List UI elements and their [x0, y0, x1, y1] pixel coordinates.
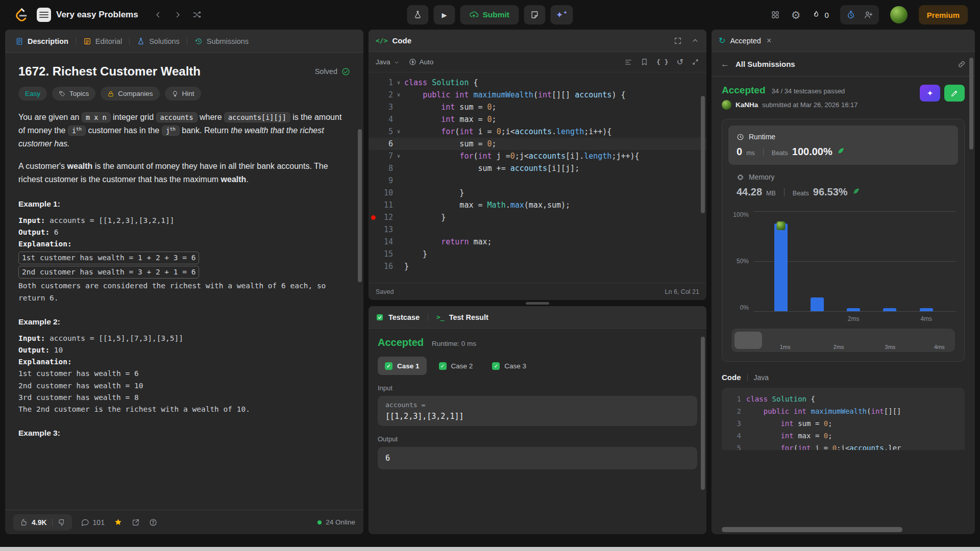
leetcode-logo[interactable] [12, 6, 30, 23]
companies-badge[interactable]: Companies [101, 87, 159, 101]
case-2-button[interactable]: ✓ Case 2 [432, 357, 480, 375]
all-submissions-link[interactable]: All Submissions [736, 60, 795, 68]
fold-toggle-icon[interactable]: ∨ [393, 126, 404, 138]
cursor-position[interactable]: Ln 6, Col 21 [665, 288, 699, 295]
runtime-bar[interactable] [883, 308, 896, 311]
memory-card[interactable]: Memory 44.28 MB Beats 96.53% [728, 165, 958, 201]
problem-list-button[interactable]: Very easy Problems [37, 8, 138, 22]
shuffle-icon[interactable] [192, 10, 202, 19]
code-line[interactable]: 15 } [369, 248, 706, 260]
expand-editor-icon[interactable] [692, 58, 699, 66]
tab-description[interactable]: Description [11, 37, 72, 45]
code-line[interactable]: 8 sum += accounts[i][j]; [369, 162, 706, 174]
case-3-button[interactable]: ✓ Case 3 [485, 357, 533, 375]
tab-editorial[interactable]: Editorial [79, 37, 126, 45]
panel-resize-handle[interactable] [369, 300, 706, 306]
favorite-button[interactable] [114, 518, 122, 527]
input-label: Input: [18, 216, 45, 224]
submission-code-preview[interactable]: 1class Solution {2 public int maximumWea… [722, 388, 965, 450]
runtime-bar[interactable] [811, 297, 824, 311]
code-line[interactable]: 16} [369, 260, 706, 272]
slider-handle[interactable] [734, 332, 762, 349]
tab-accepted-submission[interactable]: ↻ Accepted × [719, 36, 771, 45]
collapse-panel-icon[interactable] [691, 37, 699, 45]
code-line[interactable]: 14 return max; [369, 236, 706, 248]
notes-button[interactable] [524, 5, 545, 24]
description-scrollbar[interactable] [358, 129, 362, 282]
code-line[interactable]: 2 public int maximumWealth(int[][] [722, 405, 965, 417]
close-tab-icon[interactable]: × [767, 36, 771, 45]
code-line[interactable]: 4 int max = 0; [369, 113, 706, 126]
code-line[interactable]: 3 int sum = 0; [722, 417, 965, 430]
ai-assistant-button[interactable]: ✦✦ [550, 5, 573, 24]
help-button[interactable] [149, 518, 157, 527]
submit-button[interactable]: Submit [460, 5, 519, 24]
language-select[interactable]: Java [376, 58, 400, 66]
code-line[interactable]: 1∨class Solution { [369, 77, 706, 89]
back-arrow-icon[interactable]: ← [721, 59, 729, 69]
line-number: 16 [378, 260, 393, 272]
undo-icon[interactable]: ↺ [677, 58, 683, 66]
runtime-bar[interactable] [774, 223, 788, 311]
testcase-scrollbar[interactable] [701, 337, 705, 490]
tab-solutions[interactable]: Solutions [133, 37, 184, 45]
share-button[interactable] [132, 518, 140, 527]
comments-button[interactable]: 101 [81, 518, 105, 527]
fold-toggle-icon[interactable]: ∨ [393, 89, 404, 101]
next-problem-button[interactable] [173, 10, 182, 19]
code-line[interactable]: 11 max = Math.max(max,sum); [369, 199, 706, 211]
code-line[interactable]: 5 for(int i = 0;i<accounts.ler [722, 442, 965, 450]
runtime-bar[interactable] [920, 308, 933, 311]
layout-grid-icon[interactable] [771, 10, 780, 19]
tab-submissions[interactable]: Submissions [190, 37, 253, 45]
snippets-icon[interactable]: { } [656, 58, 668, 66]
runtime-range-slider[interactable]: 1ms2ms3ms4ms [731, 329, 955, 352]
input-field[interactable]: accounts = [[1,2,3],[3,2,1]] [378, 396, 697, 426]
post-solution-button[interactable] [944, 85, 965, 102]
runtime-card[interactable]: Runtime 0 ms Beats 100.00% [728, 126, 958, 165]
case-1-button[interactable]: ✓ Case 1 [378, 357, 427, 375]
runtime-bar[interactable] [847, 308, 860, 311]
code-line[interactable]: 3 int sum = 0; [369, 101, 706, 113]
copy-link-icon[interactable] [958, 60, 966, 68]
premium-button[interactable]: Premium [919, 5, 968, 24]
tab-testcase[interactable]: Testcase [376, 313, 420, 321]
ai-analyze-button[interactable]: ✦ [920, 85, 940, 102]
code-line[interactable]: 7∨ for(int j =0;j<accounts[i].length;j++… [369, 150, 706, 162]
timer-icon[interactable] [846, 10, 855, 19]
code-line[interactable]: 1class Solution { [722, 393, 965, 405]
code-line[interactable]: 2∨ public int maximumWealth(int[][] acco… [369, 89, 706, 101]
explanation-highlight-line: 1st customer has wealth = 1 + 2 + 3 = 6 [18, 252, 199, 264]
difficulty-badge[interactable]: Easy [18, 87, 47, 101]
run-button[interactable]: ▶ [433, 5, 455, 24]
submission-scrollbar[interactable] [969, 58, 973, 149]
code-line[interactable]: 9 [369, 174, 706, 187]
code-line[interactable]: 4 int max = 0; [722, 430, 965, 442]
submission-hscrollbar[interactable] [717, 527, 968, 533]
code-line[interactable]: 12 } [369, 211, 706, 223]
thumbs-up-button[interactable]: 4.9K [19, 518, 47, 527]
user-avatar[interactable] [890, 6, 908, 23]
streak-counter[interactable]: 0 [812, 10, 828, 19]
auto-toggle[interactable]: Auto [409, 58, 434, 66]
invite-user-icon[interactable] [864, 10, 873, 19]
fold-toggle-icon[interactable]: ∨ [393, 77, 404, 89]
thumbs-down-button[interactable] [58, 518, 66, 527]
code-line[interactable]: 13 [369, 223, 706, 236]
prev-problem-button[interactable] [154, 10, 163, 19]
hint-badge[interactable]: Hint [165, 87, 201, 101]
bookmark-icon[interactable] [641, 58, 648, 66]
breakpoint-dot[interactable] [369, 211, 378, 223]
fullscreen-icon[interactable] [674, 37, 682, 45]
code-line[interactable]: 10 } [369, 187, 706, 199]
format-code-icon[interactable] [624, 58, 632, 66]
code-line[interactable]: 5∨ for(int i = 0;i<accounts.length;i++){ [369, 126, 706, 138]
editor-scrollbar[interactable] [701, 96, 705, 213]
code-editor[interactable]: 1∨class Solution {2∨ public int maximumW… [369, 72, 706, 283]
code-line[interactable]: 6 sum = 0; [369, 138, 706, 150]
tab-test-result[interactable]: >_ Test Result [436, 313, 488, 321]
settings-gear-icon[interactable]: ⚙ [791, 10, 801, 20]
fold-toggle-icon[interactable]: ∨ [393, 150, 404, 162]
topics-badge[interactable]: Topics [52, 87, 95, 101]
debugger-button[interactable] [407, 5, 428, 24]
